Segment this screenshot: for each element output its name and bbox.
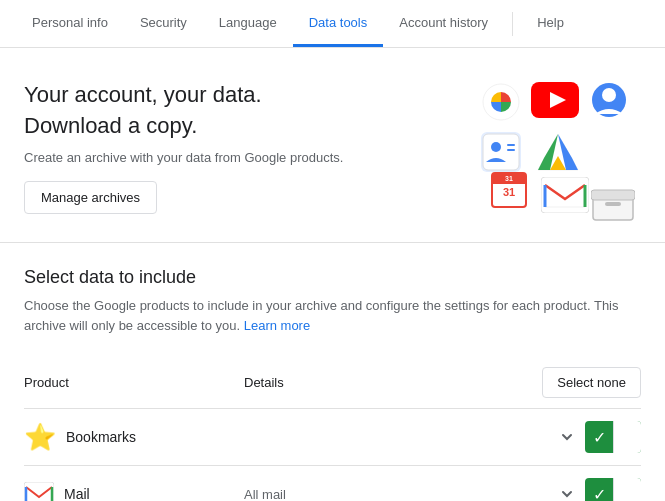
select-data-section: Select data to include Choose the Google… bbox=[0, 243, 665, 501]
bookmarks-icon: ⭐ bbox=[24, 422, 56, 453]
google-calendar-icon: 31 31 bbox=[491, 172, 527, 208]
bookmarks-toggle-off bbox=[613, 421, 641, 453]
product-table: Product Details Select none ⭐ Bookmarks … bbox=[24, 357, 641, 501]
hero-section: Your account, your data. Download a copy… bbox=[0, 48, 665, 243]
tab-language[interactable]: Language bbox=[203, 1, 293, 47]
contacts-icon bbox=[481, 132, 521, 172]
nav-bar: Personal info Security Language Data too… bbox=[0, 0, 665, 48]
mail-chevron[interactable] bbox=[557, 484, 577, 501]
mail-icon bbox=[24, 482, 54, 501]
mail-toggle-cell: ✓ bbox=[521, 478, 641, 501]
col-details-header: Details bbox=[244, 375, 521, 390]
hero-title: Your account, your data. Download a copy… bbox=[24, 80, 343, 142]
mail-toggle-off bbox=[613, 478, 641, 501]
hero-text: Your account, your data. Download a copy… bbox=[24, 80, 343, 214]
product-icons-collage: 31 31 bbox=[481, 82, 641, 212]
learn-more-link[interactable]: Learn more bbox=[244, 318, 310, 333]
table-row: Mail All mail ✓ bbox=[24, 466, 641, 501]
gmail-icon bbox=[541, 177, 589, 213]
google-account-icon bbox=[591, 82, 627, 118]
svg-rect-8 bbox=[507, 144, 515, 146]
bookmarks-label: Bookmarks bbox=[66, 429, 136, 445]
col-action-header: Select none bbox=[521, 367, 641, 398]
col-product-header: Product bbox=[24, 375, 244, 390]
manage-archives-button[interactable]: Manage archives bbox=[24, 181, 157, 214]
bookmarks-chevron[interactable] bbox=[557, 427, 577, 447]
svg-point-7 bbox=[491, 142, 501, 152]
svg-rect-9 bbox=[507, 149, 515, 151]
table-header: Product Details Select none bbox=[24, 357, 641, 409]
mail-toggle[interactable]: ✓ bbox=[585, 478, 641, 501]
svg-point-4 bbox=[602, 88, 616, 102]
nav-divider bbox=[512, 12, 513, 36]
bookmarks-toggle[interactable]: ✓ bbox=[585, 421, 641, 453]
mail-label: Mail bbox=[64, 486, 90, 501]
youtube-icon bbox=[531, 82, 579, 118]
select-data-desc: Choose the Google products to include in… bbox=[24, 296, 641, 338]
hero-desc: Create an archive with your data from Go… bbox=[24, 150, 343, 165]
tab-security[interactable]: Security bbox=[124, 1, 203, 47]
svg-rect-18 bbox=[591, 190, 635, 200]
table-row: ⭐ Bookmarks ✓ bbox=[24, 409, 641, 466]
tab-account-history[interactable]: Account history bbox=[383, 1, 504, 47]
mail-details-cell: All mail bbox=[244, 487, 521, 501]
tab-data-tools[interactable]: Data tools bbox=[293, 1, 384, 47]
svg-rect-19 bbox=[605, 202, 621, 206]
bookmarks-product-cell: ⭐ Bookmarks bbox=[24, 422, 244, 453]
tab-personal-info[interactable]: Personal info bbox=[16, 1, 124, 47]
google-photos-icon bbox=[481, 82, 521, 122]
tab-help[interactable]: Help bbox=[521, 1, 580, 47]
archive-box-icon bbox=[591, 182, 635, 222]
mail-product-cell: Mail bbox=[24, 482, 244, 501]
mail-toggle-check: ✓ bbox=[585, 485, 613, 501]
select-none-button[interactable]: Select none bbox=[542, 367, 641, 398]
bookmarks-toggle-cell: ✓ bbox=[521, 421, 641, 453]
svg-rect-6 bbox=[483, 134, 519, 170]
google-drive-icon bbox=[536, 132, 580, 172]
bookmarks-toggle-check: ✓ bbox=[585, 428, 613, 447]
select-data-title: Select data to include bbox=[24, 267, 641, 288]
